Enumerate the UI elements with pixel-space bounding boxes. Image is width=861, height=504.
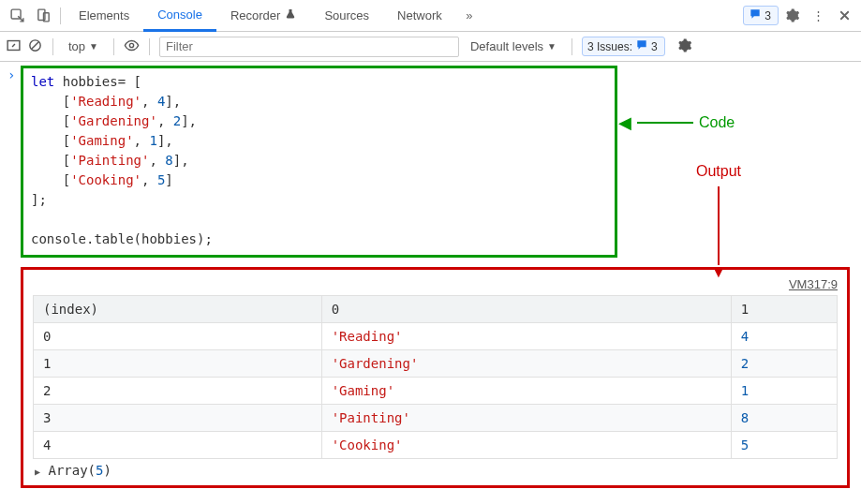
chevron-down-icon: ▼ [89,41,98,52]
tab-label: Network [397,8,442,22]
message-icon [749,7,762,23]
cell-number: 5 [731,432,837,459]
issues-pill[interactable]: 3 Issues: 3 [582,37,665,56]
tab-recorder[interactable]: Recorder [216,0,310,32]
cell-index: 3 [34,405,322,432]
context-selector[interactable]: top ▼ [63,39,104,53]
cell-string: 'Cooking' [321,432,731,459]
console-body: › ◀ Code Output ▼ let hobbies= [ ['Readi… [0,62,861,488]
tab-sources[interactable]: Sources [310,0,383,32]
cell-number: 2 [731,350,837,378]
tab-console[interactable]: Console [143,0,216,32]
table-row: 2'Gaming'1 [34,378,838,405]
annotation-output: Output ▼ [696,163,741,282]
cell-string: 'Reading' [321,323,731,350]
console-toolbar: top ▼ Default levels ▼ 3 Issues: 3 [0,32,861,62]
col-header-1[interactable]: 1 [731,296,837,323]
levels-label: Default levels [470,39,543,53]
issues-count: 3 [651,40,658,53]
arrow-down-icon: ▼ [710,262,727,282]
tab-label: Console [157,7,202,22]
tab-label: Recorder [230,8,280,22]
col-header-0[interactable]: 0 [321,296,731,323]
separator [149,38,150,55]
chevron-down-icon: ▼ [547,41,557,52]
flask-icon [285,7,296,23]
cell-index: 0 [34,323,322,350]
settings-icon[interactable] [779,0,805,32]
array-text: Array(5) [48,463,111,478]
cell-index: 1 [34,350,322,378]
device-toggle-icon[interactable] [30,0,56,32]
cell-string: 'Painting' [321,405,731,432]
prompt-caret-icon: › [7,67,15,82]
devtools-tab-bar: Elements Console Recorder Sources Networ… [0,0,861,32]
messages-pill[interactable]: 3 [743,6,779,25]
tabs-overflow-icon[interactable]: » [456,0,482,32]
close-devtools-icon[interactable] [831,0,857,32]
svg-point-5 [129,43,133,47]
array-expand[interactable]: ▶ Array(5) [33,459,838,480]
table-row: 0'Reading'4 [34,323,838,350]
levels-selector[interactable]: Default levels ▼ [465,39,562,53]
output-block: VM317:9 (index) 0 1 0'Reading'41'Gardeni… [21,267,850,488]
toggle-sidebar-icon[interactable] [6,37,22,56]
messages-count: 3 [765,9,771,22]
code-block: let hobbies= [ ['Reading', 4], ['Gardeni… [21,66,617,258]
cell-number: 8 [731,405,837,432]
clear-console-icon[interactable] [27,37,43,56]
message-icon [635,38,648,54]
annotation-label: Code [699,114,735,131]
cell-string: 'Gaming' [321,378,731,405]
table-row: 4'Cooking'5 [34,432,838,459]
tab-network[interactable]: Network [383,0,456,32]
separator [60,7,61,24]
separator [572,38,572,55]
filter-input[interactable] [159,37,459,57]
cell-index: 2 [34,378,322,405]
kebab-menu-icon[interactable]: ⋮ [805,0,831,32]
cell-index: 4 [34,432,322,459]
cell-string: 'Gardening' [321,350,731,378]
expand-caret-icon: ▶ [35,467,40,477]
console-table: (index) 0 1 0'Reading'41'Gardening'22'Ga… [33,295,838,459]
table-row: 3'Painting'8 [34,405,838,432]
issues-label: 3 Issues: [587,40,632,53]
tab-label: Sources [324,8,369,22]
console-settings-icon[interactable] [676,37,692,56]
table-row: 1'Gardening'2 [34,350,838,378]
live-expression-icon[interactable] [124,37,140,56]
cell-number: 1 [731,378,837,405]
separator [52,38,53,55]
inspect-icon[interactable] [4,0,30,32]
cell-number: 4 [731,323,837,350]
arrow-left-icon: ◀ [618,112,631,133]
annotation-label: Output [696,163,741,180]
context-label: top [68,39,85,53]
col-header-index[interactable]: (index) [34,296,322,323]
annotation-code: ◀ Code [618,112,735,133]
separator [113,38,114,55]
tab-elements[interactable]: Elements [65,0,143,32]
tab-label: Elements [79,8,129,22]
